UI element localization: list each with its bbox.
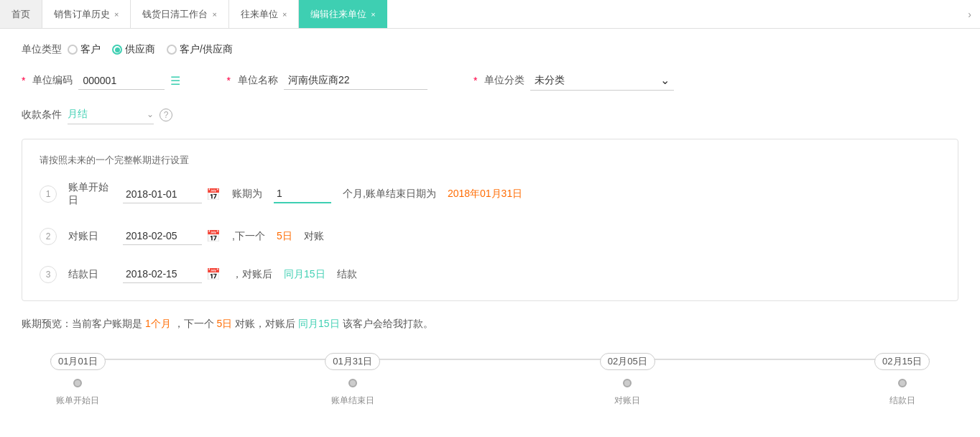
tab-expand-button[interactable]: › bbox=[959, 0, 980, 28]
preview-part3: 同月15日 bbox=[298, 318, 340, 329]
preview-part1: 1个月 bbox=[145, 318, 171, 329]
payment-cond-chevron-icon: ⌄ bbox=[147, 109, 154, 119]
payment-desc-highlight: 同月15日 bbox=[284, 268, 325, 281]
close-tab-partner[interactable]: × bbox=[282, 10, 287, 19]
settings-row-3: 3 结款日 📅 ，对账后 同月15日 结款 bbox=[40, 265, 940, 283]
calendar-icon-2[interactable]: 📅 bbox=[206, 229, 221, 243]
preview-sep1: ，下一个 bbox=[174, 318, 214, 329]
close-tab-edit-partner[interactable]: × bbox=[371, 10, 375, 19]
date-input-3[interactable] bbox=[123, 265, 202, 283]
settings-section: 请按照未来的一个完整帐期进行设置 1 账单开始日 📅 账期为 个月,账单结束日期… bbox=[22, 139, 958, 301]
required-star-code: * bbox=[22, 75, 25, 86]
timeline-point-2: 02月05日 对账日 bbox=[600, 353, 655, 407]
payment-cond-label: 收款条件 bbox=[22, 109, 62, 121]
period-end-date: 2018年01月31日 bbox=[448, 188, 522, 201]
row-label-1: 账单开始日 bbox=[68, 181, 111, 207]
unit-code-label: 单位编码 bbox=[32, 74, 73, 87]
tab-sales-history[interactable]: 销售订单历史 × bbox=[42, 0, 131, 28]
date-input-2[interactable] bbox=[123, 227, 202, 245]
preview-suffix: 该客户会给我打款。 bbox=[343, 318, 433, 329]
row-label-3: 结款日 bbox=[68, 268, 111, 281]
section-hint: 请按照未来的一个完整帐期进行设置 bbox=[40, 154, 940, 167]
radio-customer[interactable]: 客户 bbox=[68, 43, 101, 56]
payment-desc-after: 结款 bbox=[337, 268, 357, 281]
timeline: 01月01日 账单开始日 01月31日 账单结束日 02月05日 对账日 02月… bbox=[22, 346, 958, 428]
radio-circle-supplier bbox=[112, 45, 122, 55]
payment-cond-value: 月结 bbox=[68, 108, 88, 121]
radio-both[interactable]: 客户/供应商 bbox=[167, 43, 233, 56]
preview-sep2: 对账，对账后 bbox=[235, 318, 295, 329]
timeline-dot-3 bbox=[898, 379, 907, 387]
timeline-dot-0 bbox=[73, 379, 82, 387]
tab-bar: 首页 销售订单历史 × 钱货日清工作台 × 往来单位 × 编辑往来单位 × › bbox=[0, 0, 980, 29]
unit-class-chevron-icon: ⌄ bbox=[660, 73, 670, 87]
period-input[interactable] bbox=[274, 185, 331, 203]
radio-circle-customer bbox=[68, 45, 78, 55]
timeline-label-0: 01月01日 bbox=[50, 353, 106, 370]
calendar-icon-3[interactable]: 📅 bbox=[206, 267, 221, 281]
calendar-icon-1[interactable]: 📅 bbox=[206, 188, 221, 201]
unit-name-label: 单位名称 bbox=[238, 74, 278, 87]
close-tab-sales-history[interactable]: × bbox=[114, 10, 119, 19]
reconcile-desc-highlight: 5日 bbox=[277, 230, 292, 243]
radio-label-both: 客户/供应商 bbox=[180, 43, 233, 56]
period-suffix: 个月,账单结束日期为 bbox=[343, 188, 436, 201]
radio-label-customer: 客户 bbox=[80, 43, 101, 56]
preview-text: 账期预览：当前客户账期是 1个月 ，下一个 5日 对账，对账后 同月15日 该客… bbox=[22, 316, 958, 331]
period-prefix: 账期为 bbox=[232, 188, 262, 201]
row-num-1: 1 bbox=[40, 185, 57, 203]
radio-supplier[interactable]: 供应商 bbox=[112, 43, 155, 56]
unit-class-field: * 单位分类 未分类 ⌄ bbox=[473, 70, 674, 91]
payment-cond-row: 收款条件 月结 ⌄ ? bbox=[22, 105, 958, 124]
copy-icon[interactable]: ☰ bbox=[170, 74, 180, 88]
tab-cash-work[interactable]: 钱货日清工作台 × bbox=[131, 0, 228, 28]
tab-edit-partner[interactable]: 编辑往来单位 × bbox=[299, 0, 387, 28]
timeline-label-1: 01月31日 bbox=[325, 353, 380, 370]
settings-row-1: 1 账单开始日 📅 账期为 个月,账单结束日期为 2018年01月31日 bbox=[40, 181, 940, 207]
preview-prefix: 账期预览：当前客户账期是 bbox=[22, 318, 142, 329]
reconcile-desc-after: 对账 bbox=[304, 230, 324, 243]
radio-circle-both bbox=[167, 45, 177, 55]
unit-class-label: 单位分类 bbox=[484, 74, 524, 87]
timeline-sublabel-2: 对账日 bbox=[614, 395, 640, 407]
required-star-name: * bbox=[226, 75, 230, 86]
unit-info-row: * 单位编码 ☰ * 单位名称 * 单位分类 未分类 ⌄ bbox=[22, 70, 958, 91]
date-input-wrap-3: 📅 bbox=[123, 265, 221, 283]
unit-type-field: 单位类型 客户 供应商 客户/供应商 bbox=[22, 43, 233, 56]
timeline-sublabel-1: 账单结束日 bbox=[331, 395, 374, 407]
reconcile-desc-before: ,下一个 bbox=[232, 230, 265, 243]
timeline-point-3: 02月15日 结款日 bbox=[874, 353, 930, 407]
radio-label-supplier: 供应商 bbox=[125, 43, 155, 56]
timeline-dot-2 bbox=[623, 379, 632, 387]
timeline-dot-1 bbox=[348, 379, 357, 387]
timeline-label-3: 02月15日 bbox=[874, 353, 930, 370]
unit-name-field: * 单位名称 bbox=[226, 72, 427, 90]
close-tab-cash-work[interactable]: × bbox=[212, 10, 216, 19]
tab-home[interactable]: 首页 bbox=[0, 0, 42, 28]
unit-code-field: * 单位编码 ☰ bbox=[22, 72, 180, 90]
tab-partner[interactable]: 往来单位 × bbox=[229, 0, 299, 28]
unit-class-value: 未分类 bbox=[535, 74, 565, 87]
unit-name-input[interactable] bbox=[284, 72, 427, 90]
unit-type-label: 单位类型 bbox=[22, 43, 62, 56]
date-input-1[interactable] bbox=[123, 185, 202, 203]
help-icon[interactable]: ? bbox=[160, 109, 172, 121]
preview-part2: 5日 bbox=[216, 318, 232, 329]
payment-cond-field: 收款条件 月结 ⌄ ? bbox=[22, 105, 172, 124]
unit-type-radio-group: 客户 供应商 客户/供应商 bbox=[68, 43, 233, 56]
main-content: 单位类型 客户 供应商 客户/供应商 * 单位编码 bbox=[0, 29, 980, 437]
unit-type-row: 单位类型 客户 供应商 客户/供应商 bbox=[22, 43, 958, 56]
payment-desc-before: ，对账后 bbox=[232, 268, 272, 281]
row-num-3: 3 bbox=[40, 266, 57, 283]
payment-cond-select[interactable]: 月结 ⌄ bbox=[68, 105, 154, 124]
required-star-class: * bbox=[473, 75, 477, 86]
date-input-wrap-1: 📅 bbox=[123, 185, 221, 203]
row-label-2: 对账日 bbox=[68, 230, 111, 243]
timeline-points: 01月01日 账单开始日 01月31日 账单结束日 02月05日 对账日 02月… bbox=[22, 353, 958, 407]
timeline-point-1: 01月31日 账单结束日 bbox=[325, 353, 380, 407]
row-num-2: 2 bbox=[40, 228, 57, 245]
unit-code-input[interactable] bbox=[78, 72, 165, 90]
timeline-point-0: 01月01日 账单开始日 bbox=[50, 353, 106, 407]
unit-class-select[interactable]: 未分类 ⌄ bbox=[530, 70, 674, 91]
timeline-label-2: 02月05日 bbox=[600, 353, 655, 370]
